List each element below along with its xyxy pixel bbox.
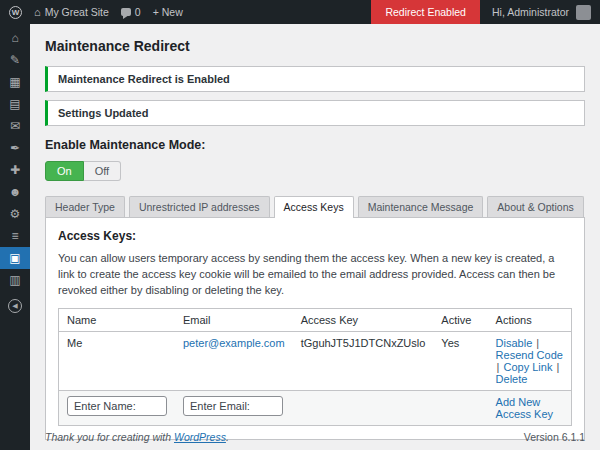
users-icon: ☻ [9, 185, 22, 199]
empty-cell [293, 390, 434, 425]
add-new-access-key-link[interactable]: Add New Access Key [496, 396, 553, 420]
comments-count: 0 [135, 6, 141, 18]
separator: | [497, 361, 500, 373]
key-name-cell: Me [59, 331, 176, 390]
column-header-access-key: Access Key [293, 308, 434, 331]
sidebar-item-extra-plugin[interactable]: ▥ [0, 269, 30, 291]
access-keys-panel: Access Keys: You can allow users tempora… [45, 218, 585, 440]
tab-about-options[interactable]: About & Options [487, 196, 583, 217]
disable-link[interactable]: Disable [496, 337, 533, 349]
wordpress-link[interactable]: WordPress [174, 431, 226, 443]
sidebar-item-pages[interactable]: ▤ [0, 93, 30, 115]
wordpress-logo-icon[interactable]: W [9, 6, 22, 19]
admin-bar-comments[interactable]: 0 [121, 0, 141, 24]
appearance-icon: ✒ [10, 141, 20, 155]
maintenance-mode-toggle: On Off [45, 161, 121, 181]
toggle-on-button[interactable]: On [45, 161, 84, 181]
sidebar-item-dashboard[interactable]: ⌂ [0, 27, 30, 49]
separator: | [536, 337, 539, 349]
access-keys-heading: Access Keys: [58, 229, 572, 243]
column-header-actions: Actions [488, 308, 572, 331]
sidebar-item-appearance[interactable]: ✒ [0, 137, 30, 159]
column-header-email: Email [175, 308, 293, 331]
footer-thanks: Thank you for creating with WordPress. [45, 431, 229, 443]
enable-maintenance-heading: Enable Maintenance Mode: [45, 138, 585, 152]
new-key-name-input[interactable] [67, 396, 167, 416]
sidebar-item-media[interactable]: ▦ [0, 71, 30, 93]
column-header-name: Name [59, 308, 176, 331]
new-key-row: Add New Access Key [59, 390, 572, 425]
column-header-active: Active [433, 308, 487, 331]
key-actions-cell: Disable | Resend Code | Copy Link | Dele… [488, 331, 572, 390]
access-keys-description: You can allow users temporary access by … [58, 251, 572, 299]
sidebar-item-tools[interactable]: ⚙ [0, 203, 30, 225]
media-icon: ▦ [9, 75, 20, 89]
comments-icon: ✉ [10, 119, 20, 133]
sidebar-item-posts[interactable]: ✎ [0, 49, 30, 71]
settings-icon: ≡ [11, 229, 18, 243]
sidebar-item-users[interactable]: ☻ [0, 181, 30, 203]
version-text: Version 6.1.1 [524, 431, 585, 443]
sidebar-item-settings[interactable]: ≡ [0, 225, 30, 247]
admin-bar-left: W ⌂ My Great Site 0 + New [0, 0, 183, 24]
plugins-icon: ✚ [10, 163, 20, 177]
footer-thanks-period: . [226, 431, 229, 443]
delete-link[interactable]: Delete [496, 373, 528, 385]
key-email-link[interactable]: peter@example.com [183, 337, 285, 349]
new-content-menu[interactable]: + New [153, 0, 183, 24]
notice-redirect-enabled: Maintenance Redirect is Enabled [45, 66, 585, 92]
copy-link-link[interactable]: Copy Link [504, 361, 553, 373]
sidebar-item-comments[interactable]: ✉ [0, 115, 30, 137]
new-key-email-input[interactable] [183, 396, 283, 416]
table-row: Me peter@example.com tGguhJT5J1DTCNxZUsl… [59, 331, 572, 390]
pages-icon: ▤ [9, 97, 20, 111]
separator: | [557, 361, 560, 373]
access-keys-table: Name Email Access Key Active Actions Me … [58, 308, 572, 426]
site-name-menu[interactable]: ⌂ My Great Site [34, 0, 109, 24]
home-icon: ⌂ [34, 7, 41, 18]
tab-unrestricted-ip-addresses[interactable]: Unrestricted IP addresses [129, 196, 270, 217]
comments-bubble-icon [121, 8, 131, 16]
resend-code-link[interactable]: Resend Code [496, 349, 563, 361]
admin-bar: W ⌂ My Great Site 0 + New Redirect Enabl… [0, 0, 600, 24]
empty-cell [433, 390, 487, 425]
site-name-label: My Great Site [45, 6, 109, 18]
tab-header-type[interactable]: Header Type [45, 196, 125, 217]
tab-maintenance-message[interactable]: Maintenance Message [358, 196, 484, 217]
avatar[interactable] [576, 5, 591, 20]
key-value-cell: tGguhJT5J1DTCNxZUslo [293, 331, 434, 390]
collapse-arrow-icon: ◀ [8, 299, 22, 313]
notice-settings-updated: Settings Updated [45, 100, 585, 126]
admin-footer: Thank you for creating with WordPress. V… [45, 431, 585, 443]
redirect-enabled-button[interactable]: Redirect Enabled [371, 0, 480, 24]
admin-sidebar: ⌂ ✎ ▦ ▤ ✉ ✒ ✚ ☻ ⚙ ≡ ▣ ▥ ◀ [0, 24, 30, 450]
maintenance-redirect-icon: ▣ [9, 251, 20, 265]
tab-access-keys[interactable]: Access Keys [274, 196, 354, 218]
footer-thanks-text: Thank you for creating with [45, 431, 174, 443]
collapse-menu-button[interactable]: ◀ [0, 295, 30, 317]
sidebar-item-maintenance-redirect[interactable]: ▣ [0, 247, 30, 269]
dashboard-icon: ⌂ [11, 31, 18, 45]
account-greeting[interactable]: Hi, Administrator [492, 6, 569, 18]
settings-tabs: Header Type Unrestricted IP addresses Ac… [45, 196, 585, 218]
extra-plugin-icon: ▥ [9, 273, 20, 287]
page-title: Maintenance Redirect [45, 38, 585, 54]
tools-icon: ⚙ [10, 207, 21, 221]
toggle-off-button[interactable]: Off [84, 161, 121, 181]
admin-bar-right: Redirect Enabled Hi, Administrator [371, 0, 600, 24]
table-header-row: Name Email Access Key Active Actions [59, 308, 572, 331]
sidebar-item-plugins[interactable]: ✚ [0, 159, 30, 181]
posts-icon: ✎ [10, 53, 20, 67]
key-active-cell: Yes [433, 331, 487, 390]
main-content: Maintenance Redirect Maintenance Redirec… [30, 24, 600, 450]
